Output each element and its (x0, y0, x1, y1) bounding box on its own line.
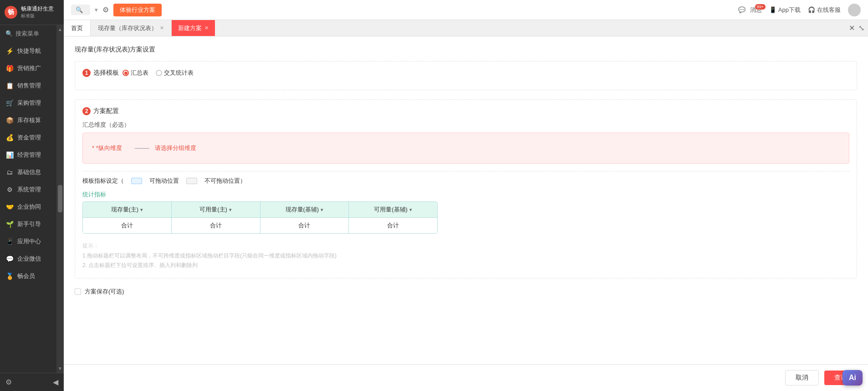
sidebar-scrollbar[interactable]: ▲ ▼ (56, 25, 64, 373)
tab-new-scheme[interactable]: 新建方案 ✕ (172, 20, 215, 36)
online-service-label: 在线客服 (817, 6, 841, 14)
tab-home[interactable]: 首页 (64, 20, 91, 36)
sidebar-new-guide-icon: 🌱 (5, 220, 14, 228)
sidebar-marketing-icon: 🎁 (5, 64, 14, 72)
stats-header-cell-0[interactable]: 现存量(主)▾ (83, 202, 172, 217)
arrow-separator: —— (135, 144, 149, 152)
app-logo-icon: 畅 (5, 6, 17, 19)
sidebar-item-cooperation[interactable]: 🤝企业协同 (0, 198, 56, 216)
radio-cross[interactable]: 交叉统计表 (156, 69, 194, 77)
stats-data-cell-3: 合计 (349, 217, 437, 233)
search-icon: 🔍 (5, 30, 13, 37)
sidebar-item-sales[interactable]: 📋销售管理 (0, 77, 56, 94)
footer-bar: 取消 查询 (64, 364, 868, 391)
close-panel-btn[interactable]: ✕ (849, 24, 855, 32)
sidebar-item-basic-info[interactable]: 🗂基础信息 (0, 164, 56, 181)
dimension-box: * *纵向维度 —— 请选择分组维度 (82, 133, 849, 164)
sidebar-item-purchase[interactable]: 🛒采购管理 (0, 94, 56, 112)
dropdown-icon[interactable]: ▾ (95, 6, 98, 13)
sidebar-item-membership[interactable]: 🏅畅会员 (0, 268, 56, 285)
stats-data-cell-2: 合计 (260, 217, 349, 233)
scroll-down-arrow[interactable]: ▼ (57, 365, 63, 372)
sidebar-item-finance[interactable]: 💰资金管理 (0, 129, 56, 146)
sidebar-item-new-guide[interactable]: 🌱新手引导 (0, 216, 56, 233)
required-star: * (92, 144, 94, 151)
cancel-button[interactable]: 取消 (785, 370, 819, 386)
app-name: 畅康通好生意 (21, 5, 54, 13)
topbar-right: 💬 99+ 消息 📱 App下载 🎧 在线客服 (738, 4, 861, 16)
sidebar-item-operations[interactable]: 📊经营管理 (0, 146, 56, 164)
vertical-field-text: *纵向维度 (96, 144, 122, 151)
tips-section: 提示： 1.拖动标题栏可以调整布局，不可跨维度或指标区域拖动栏目字段(只能在同一… (82, 241, 849, 271)
sidebar-item-marketing[interactable]: 🎁营销推广 (0, 60, 56, 77)
stats-header-cell-1[interactable]: 可用量(主)▾ (172, 202, 260, 217)
template-radio-group: 汇总表 交叉统计表 (123, 69, 194, 77)
app-download-label: App下载 (778, 6, 801, 14)
sidebar-purchase-icon: 🛒 (5, 99, 14, 107)
industry-btn[interactable]: 体验行业方案 (113, 4, 162, 16)
sidebar-inventory-label: 库存核算 (17, 116, 41, 124)
radio-summary[interactable]: 汇总表 (123, 69, 148, 77)
phone-icon: 📱 (769, 6, 776, 13)
sidebar-inventory-icon: 📦 (5, 116, 14, 124)
sidebar-search[interactable]: 🔍 搜索菜单 (0, 25, 56, 42)
chevron-icon-3: ▾ (409, 207, 412, 213)
scroll-up-arrow[interactable]: ▲ (57, 26, 63, 33)
sidebar-membership-label: 畅会员 (17, 272, 35, 280)
sidebar-logo: 畅 畅康通好生意 标准版 (0, 0, 64, 25)
indicator-row: 模板指标设定（ 可拖动位置 不可拖动位置） (82, 177, 849, 185)
sidebar-wechat-label: 企业微信 (17, 255, 41, 263)
stats-header-cell-2[interactable]: 现存量(基辅)▾ (260, 202, 349, 217)
user-avatar[interactable] (848, 4, 861, 16)
messages-icon[interactable]: 💬 99+ 消息 (738, 6, 762, 14)
collapse-icon[interactable]: ◀ (53, 378, 58, 386)
tab-inventory-close[interactable]: ✕ (160, 25, 164, 31)
tab-home-label: 首页 (71, 24, 83, 32)
save-checkbox[interactable] (75, 288, 81, 295)
sidebar-item-inventory[interactable]: 📦库存核算 (0, 112, 56, 129)
step2-section: 2 方案配置 汇总维度（必选） * *纵向维度 —— 请选择分组维度 模板指标 (75, 99, 857, 278)
ai-button[interactable]: Ai (842, 370, 863, 386)
messages-badge: 99+ (755, 4, 766, 10)
sidebar-sales-icon: 📋 (5, 82, 14, 90)
sidebar-system-label: 系统管理 (17, 185, 41, 194)
step1-badge: 1 (82, 69, 91, 77)
save-checkbox-row: 方案保存(可选) (75, 288, 857, 296)
settings-icon[interactable]: ⚙ (102, 5, 109, 14)
sidebar-sales-label: 销售管理 (17, 82, 41, 90)
sidebar-item-app-center[interactable]: 📱应用中心 (0, 233, 56, 250)
tips-list: 1.拖动标题栏可以调整布局，不可跨维度或指标区域拖动栏目字段(只能在同一维度或指… (82, 251, 849, 271)
sidebar-cooperation-icon: 🤝 (5, 203, 14, 211)
sidebar-marketing-label: 营销推广 (17, 64, 41, 72)
online-service[interactable]: 🎧 在线客服 (808, 6, 841, 14)
sidebar-item-wechat[interactable]: 💬企业微信 (0, 250, 56, 268)
draggable-label: 可拖动位置 (149, 177, 179, 185)
stats-label: 统计指标 (82, 190, 849, 199)
summary-dimension-label: 汇总维度（必选） (82, 121, 849, 129)
sidebar-system-icon: ⚙ (5, 185, 14, 194)
topbar-search-box[interactable]: 🔍 (71, 5, 90, 15)
app-download[interactable]: 📱 App下载 (769, 6, 801, 14)
chevron-icon-0: ▾ (140, 207, 143, 213)
indicator-label-start: 模板指标设定（ (82, 177, 124, 185)
tab-new-close[interactable]: ✕ (204, 25, 209, 31)
expand-panel-btn[interactable]: ⤡ (858, 24, 864, 32)
step1-label: 选择模板 (93, 69, 119, 77)
tabs-bar: 首页 现存量（库存状况表） ✕ 新建方案 ✕ ✕ ⤡ (64, 20, 868, 36)
stats-header-cell-3[interactable]: 可用量(基辅)▾ (349, 202, 437, 217)
vertical-field-label: * *纵向维度 (92, 144, 122, 152)
settings-icon[interactable]: ⚙ (5, 378, 12, 386)
tab-new-label: 新建方案 (178, 24, 202, 32)
step1-row: 1 选择模板 汇总表 交叉统计表 (82, 69, 849, 77)
sidebar-finance-icon: 💰 (5, 134, 14, 142)
sidebar-item-quick-nav[interactable]: ⚡快捷导航 (0, 42, 56, 60)
stats-header-row: 现存量(主)▾可用量(主)▾现存量(基辅)▾可用量(基辅)▾ (83, 202, 437, 217)
tip-item-0: 1.拖动标题栏可以调整布局，不可跨维度或指标区域拖动栏目字段(只能在同一维度或指… (82, 251, 849, 261)
sidebar-app-center-label: 应用中心 (17, 237, 41, 246)
sidebar-item-system[interactable]: ⚙系统管理 (0, 181, 56, 198)
scroll-thumb[interactable] (58, 185, 62, 212)
tips-title: 提示： (82, 242, 99, 249)
main-area: 🔍 ▾ ⚙ 体验行业方案 💬 99+ 消息 📱 App下载 🎧 在线客服 (64, 0, 868, 391)
nodrag-label: 不可拖动位置） (204, 177, 246, 185)
tab-inventory-status[interactable]: 现存量（库存状况表） ✕ (91, 20, 172, 36)
